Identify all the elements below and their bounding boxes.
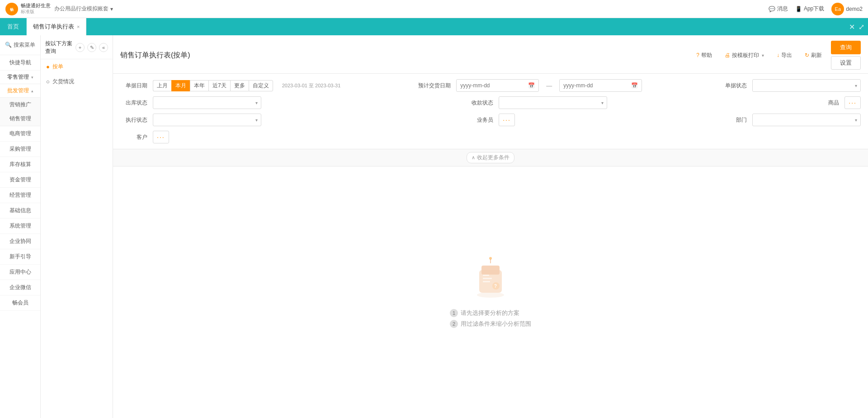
logo-area: 畅 畅捷通好生意 标准版 bbox=[5, 3, 51, 15]
expected-date-to-input[interactable] bbox=[563, 82, 631, 89]
payment-label: 收款状态 bbox=[466, 99, 493, 107]
status-select[interactable]: 全部 待审核 已审核 已完成 bbox=[752, 79, 861, 92]
logo-text-block: 畅捷通好生意 标准版 bbox=[21, 3, 51, 15]
expected-date-from[interactable]: 📅 bbox=[456, 79, 539, 92]
left-panel: 按以下方案查询 + ✎ « ● 按单 ○ 欠货情况 bbox=[41, 35, 113, 418]
date-label: 单据日期 bbox=[120, 82, 147, 90]
sidebar-item-basic-info[interactable]: 基础信息 bbox=[0, 203, 40, 218]
date-btn-custom[interactable]: 自定义 bbox=[249, 80, 273, 91]
sidebar-item-finance[interactable]: 资金管理 bbox=[0, 172, 40, 188]
date-btn-7days[interactable]: 近7天 bbox=[208, 80, 230, 91]
settings-button[interactable]: 设置 bbox=[831, 56, 861, 70]
page-actions: ? 帮助 🖨 按模板打印 ▾ ↓ 导出 ↻ bbox=[693, 41, 861, 70]
execution-label: 执行状态 bbox=[120, 116, 147, 124]
sidebar-item-wechat[interactable]: 企业微信 bbox=[0, 280, 40, 295]
search-menu-label: 搜索菜单 bbox=[14, 42, 35, 48]
payment-select[interactable] bbox=[499, 96, 607, 109]
dept-select[interactable] bbox=[752, 114, 861, 126]
export-btn[interactable]: ↓ 导出 bbox=[773, 50, 796, 61]
refresh-btn[interactable]: ↻ 刷新 bbox=[801, 50, 826, 61]
sidebar-item-operations[interactable]: 经营管理 bbox=[0, 188, 40, 203]
hint-num-1: 1 bbox=[450, 309, 458, 317]
collapse-row: ∧ 收起更多条件 bbox=[113, 149, 868, 166]
customer-label: 客户 bbox=[120, 133, 147, 141]
window-close-btn[interactable]: ✕ bbox=[849, 23, 855, 31]
app-download-action[interactable]: 📱 App下载 bbox=[795, 5, 824, 13]
sidebar-search-area: 🔍 搜索菜单 bbox=[0, 35, 40, 55]
sidebar-item-member[interactable]: 畅会员 bbox=[0, 295, 40, 311]
expected-date-label: 预计交货日期 bbox=[418, 82, 451, 90]
user-area[interactable]: Ea demo2 bbox=[831, 3, 863, 15]
sidebar-item-marketing[interactable]: 营销推广 bbox=[0, 98, 40, 112]
ecommerce-label: 电商管理 bbox=[9, 130, 31, 137]
goods-label: 商品 bbox=[812, 99, 839, 107]
hint-text-1: 请先选择要分析的方案 bbox=[461, 309, 519, 317]
sidebar-item-inventory[interactable]: 库存核算 bbox=[0, 157, 40, 172]
tab-bar-right: ✕ ⤢ bbox=[849, 23, 868, 31]
sidebar-item-retail[interactable]: 零售管理 ▾ bbox=[0, 71, 40, 84]
breadcrumb[interactable]: 办公用品行业模拟账套 ▾ bbox=[54, 5, 113, 13]
date-btn-more[interactable]: 更多 bbox=[230, 80, 249, 91]
tab-home[interactable]: 首页 bbox=[0, 18, 27, 35]
edit-scheme-btn[interactable]: ✎ bbox=[87, 43, 96, 52]
window-expand-btn[interactable]: ⤢ bbox=[859, 23, 864, 31]
date-btn-this-month[interactable]: 本月 bbox=[171, 80, 190, 91]
status-select-wrap: 全部 待审核 已审核 已完成 ▾ bbox=[752, 79, 861, 92]
sidebar-item-ecommerce[interactable]: 电商管理 bbox=[0, 126, 40, 142]
goods-picker-btn[interactable]: ··· bbox=[844, 96, 861, 109]
collapse-conditions-btn[interactable]: ∧ 收起更多条件 bbox=[467, 152, 514, 163]
shipment-select[interactable] bbox=[153, 96, 261, 109]
expected-date-to[interactable]: 📅 bbox=[559, 79, 642, 92]
execution-select[interactable] bbox=[153, 114, 261, 126]
date-btn-this-year[interactable]: 本年 bbox=[190, 80, 208, 91]
salesperson-picker-btn[interactable]: ··· bbox=[499, 114, 515, 126]
operations-label: 经营管理 bbox=[9, 192, 31, 198]
svg-rect-7 bbox=[483, 275, 489, 276]
salesperson-dots-icon: ··· bbox=[503, 116, 511, 124]
date-quick-buttons: 上月 本月 本年 近7天 更多 自定义 bbox=[153, 80, 273, 91]
shipment-select-wrap: ▾ bbox=[153, 96, 261, 109]
payment-select-wrap: ▾ bbox=[499, 96, 607, 109]
scheme-item-by-order[interactable]: ● 按单 bbox=[41, 59, 113, 74]
sidebar-item-sales-mgmt[interactable]: 销售管理 bbox=[0, 112, 40, 126]
sidebar-item-quick-nav[interactable]: 快捷导航 bbox=[0, 55, 40, 71]
sidebar-item-wholesale[interactable]: 批发管理 ▴ bbox=[0, 84, 40, 98]
sidebar-item-app-center[interactable]: 应用中心 bbox=[0, 265, 40, 280]
shortage-icon: ○ bbox=[46, 78, 50, 85]
svg-rect-4 bbox=[481, 266, 500, 275]
message-action[interactable]: 💬 消息 bbox=[769, 5, 788, 13]
sidebar-item-enterprise[interactable]: 企业协同 bbox=[0, 234, 40, 249]
left-panel-title: 按以下方案查询 bbox=[45, 40, 75, 55]
tab-close-icon[interactable]: × bbox=[77, 24, 80, 29]
sidebar-sub-marketing: 营销推广 销售管理 bbox=[0, 98, 40, 126]
sidebar-item-system[interactable]: 系统管理 bbox=[0, 218, 40, 234]
collapse-panel-btn[interactable]: « bbox=[99, 43, 108, 52]
sidebar-retail-label: 零售管理 bbox=[7, 73, 29, 81]
add-scheme-btn[interactable]: + bbox=[75, 43, 85, 52]
tab-sales-execution[interactable]: 销售订单执行表 × bbox=[27, 18, 86, 35]
breadcrumb-chevron: ▾ bbox=[110, 6, 113, 12]
search-menu-btn[interactable]: 🔍 搜索菜单 bbox=[3, 39, 38, 51]
sidebar-item-newbie[interactable]: 新手引导 bbox=[0, 249, 40, 265]
customer-picker-btn[interactable]: ··· bbox=[153, 131, 169, 143]
collapse-chevron-icon: ∧ bbox=[472, 155, 475, 161]
calendar-icon-2: 📅 bbox=[631, 82, 638, 89]
query-button[interactable]: 查询 bbox=[831, 41, 861, 54]
filter-row-1: 单据日期 上月 本月 本年 近7天 更多 自定义 2023-03-01 至 20… bbox=[120, 79, 861, 92]
marketing-label: 营销推广 bbox=[9, 101, 31, 108]
status-label: 单据状态 bbox=[720, 82, 747, 90]
scheme-item-shortage[interactable]: ○ 欠货情况 bbox=[41, 74, 113, 89]
print-template-btn[interactable]: 🖨 按模板打印 ▾ bbox=[721, 50, 768, 61]
wholesale-chevron: ▴ bbox=[31, 89, 33, 93]
finance-label: 资金管理 bbox=[9, 176, 31, 183]
message-label: 消息 bbox=[777, 5, 788, 13]
sidebar-item-purchase[interactable]: 采购管理 bbox=[0, 142, 40, 157]
tab-home-label: 首页 bbox=[7, 23, 19, 31]
date-btn-last-month[interactable]: 上月 bbox=[153, 80, 171, 91]
app-download-label: App下载 bbox=[804, 5, 824, 13]
enterprise-label: 企业协同 bbox=[9, 238, 31, 244]
help-btn[interactable]: ? 帮助 bbox=[693, 50, 716, 61]
content-split: 按以下方案查询 + ✎ « ● 按单 ○ 欠货情况 bbox=[41, 35, 868, 418]
user-name: demo2 bbox=[846, 6, 863, 12]
expected-date-from-input[interactable] bbox=[460, 82, 528, 89]
